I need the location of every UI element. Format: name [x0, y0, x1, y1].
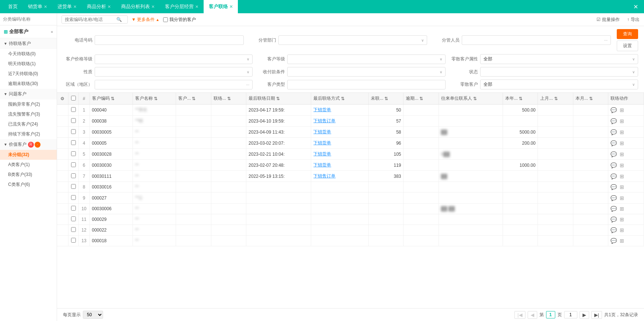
td-last-contact-method[interactable]: 下销货单 — [311, 105, 369, 116]
nav-purchase[interactable]: 进货单 ✕ — [52, 0, 82, 13]
row-checkbox[interactable] — [71, 118, 76, 123]
window-close-button[interactable]: ✕ — [630, 3, 641, 10]
reset-button[interactable]: 设置 — [617, 40, 638, 51]
th-checkbox[interactable] — [68, 93, 78, 105]
action-grid-icon[interactable]: ⊞ — [620, 206, 624, 212]
sidebar-group-value[interactable]: ▼ 价值客户 R · — [0, 139, 57, 150]
row-checkbox[interactable] — [71, 227, 76, 232]
sidebar-item-class-b[interactable]: B类客户(33) — [0, 170, 57, 180]
nav-analysis-list-close[interactable]: ✕ — [151, 4, 155, 9]
action-message-icon[interactable]: 💬 — [610, 238, 617, 244]
sidebar-group-pending[interactable]: ▼ 待联络客户 — [0, 38, 57, 49]
td-checkbox[interactable] — [68, 149, 78, 160]
sidebar-all-customers[interactable]: ⊞ 全部客户 « — [0, 25, 57, 38]
action-message-icon[interactable]: 💬 — [610, 184, 617, 190]
row-checkbox[interactable] — [71, 184, 76, 189]
row-checkbox[interactable] — [71, 216, 76, 221]
row-checkbox[interactable] — [71, 151, 76, 156]
nav-purchase-close[interactable]: ✕ — [73, 4, 77, 9]
td-last-contact-method[interactable]: 下销货单 — [311, 127, 369, 138]
action-message-icon[interactable]: 💬 — [610, 162, 617, 168]
action-grid-icon[interactable]: ⊞ — [620, 227, 624, 233]
sidebar-item-overdue[interactable]: 逾期未联络(30) — [0, 79, 57, 89]
td-checkbox[interactable] — [68, 214, 78, 225]
export-btn[interactable]: ↑ 导出 — [627, 17, 640, 23]
filter-price-level-input[interactable]: ∨ — [95, 54, 253, 64]
action-message-icon[interactable]: 💬 — [610, 227, 617, 233]
td-checkbox[interactable] — [68, 225, 78, 236]
action-grid-icon[interactable]: ⊞ — [620, 140, 624, 146]
last-page-btn[interactable]: ▶| — [591, 311, 602, 319]
td-last-contact-method[interactable] — [311, 236, 369, 246]
filter-dept-input[interactable]: ∨ — [278, 35, 427, 45]
first-page-btn[interactable]: |◀ — [514, 311, 525, 319]
action-grid-icon[interactable]: ⊞ — [620, 162, 624, 168]
sidebar-search-input[interactable] — [3, 17, 57, 22]
td-checkbox[interactable] — [68, 105, 78, 116]
filter-status-input[interactable]: ∨ — [480, 67, 638, 77]
row-checkbox[interactable] — [71, 238, 76, 243]
filter-payment-input[interactable]: ∨ — [287, 67, 445, 77]
prev-page-btn[interactable]: ◀ — [528, 311, 537, 319]
nav-analysis[interactable]: 商品分析 ✕ — [82, 0, 116, 13]
filter-region-input[interactable]: ··· — [95, 80, 253, 89]
filter-search-input[interactable] — [65, 17, 116, 22]
action-grid-icon[interactable]: ⊞ — [620, 129, 624, 135]
filter-nature-input[interactable]: ∨ — [95, 67, 253, 77]
action-grid-icon[interactable]: ⊞ — [620, 173, 624, 179]
nav-sales[interactable]: 销货单 ✕ — [23, 0, 52, 13]
action-message-icon[interactable]: 💬 — [610, 140, 617, 146]
td-last-contact-method[interactable] — [311, 204, 369, 214]
sidebar-item-churn-warning[interactable]: 流失预警客户(3) — [0, 109, 57, 119]
th-name[interactable]: 客户名称 ⇅ — [133, 93, 176, 105]
sidebar-item-declining[interactable]: 持续下滑客户(2) — [0, 129, 57, 139]
action-grid-icon[interactable]: ⊞ — [620, 118, 624, 124]
td-checkbox[interactable] — [68, 171, 78, 182]
filter-retail-customer-input[interactable]: 全部∨ — [480, 80, 638, 89]
nav-customer-contact-close[interactable]: ✕ — [229, 4, 233, 9]
sidebar-group-problem[interactable]: ▼ 问题客户 — [0, 89, 57, 99]
nav-customer-contact[interactable]: 客户联络 ✕ — [204, 0, 238, 13]
filter-phone-input[interactable] — [95, 35, 244, 45]
sidebar-item-churned[interactable]: 已流失客户(24) — [0, 119, 57, 129]
sidebar-item-abnormal[interactable]: 囤购异常客户(2) — [0, 99, 57, 109]
th-last-contact-method[interactable]: 最后联络方式 ⇅ — [311, 93, 369, 105]
action-message-icon[interactable]: 💬 — [610, 216, 617, 222]
action-grid-icon[interactable]: ⊞ — [620, 151, 624, 157]
td-last-contact-method[interactable] — [311, 225, 369, 236]
td-checkbox[interactable] — [68, 193, 78, 204]
td-last-contact-method[interactable]: 下销货单 — [311, 149, 369, 160]
sidebar-item-tomorrow[interactable]: 明天待联络(1) — [0, 59, 57, 69]
row-checkbox[interactable] — [71, 206, 76, 211]
td-checkbox[interactable] — [68, 116, 78, 127]
td-checkbox[interactable] — [68, 138, 78, 149]
sidebar-item-7days[interactable]: 近7天待联络(0) — [0, 69, 57, 79]
th-last-month[interactable]: 上月... ⇅ — [538, 93, 573, 105]
td-last-contact-method[interactable] — [311, 193, 369, 204]
sidebar-item-today[interactable]: 今天待联络(0) — [0, 49, 57, 59]
action-grid-icon[interactable]: ⊞ — [620, 184, 624, 190]
row-checkbox[interactable] — [71, 129, 76, 134]
th-this-year[interactable]: 本年... ⇅ — [503, 93, 538, 105]
td-last-contact-method[interactable]: 下销货单 — [311, 160, 369, 171]
select-all-checkbox[interactable] — [71, 96, 76, 100]
row-checkbox[interactable] — [71, 195, 76, 200]
th-unit-contact[interactable]: 往来单位联系人 ⇅ — [439, 93, 503, 105]
th-overdue[interactable]: 逾期... ⇅ — [404, 93, 439, 105]
row-checkbox[interactable] — [71, 140, 76, 145]
action-message-icon[interactable]: 💬 — [610, 129, 617, 135]
action-message-icon[interactable]: 💬 — [610, 107, 617, 113]
nav-sales-close[interactable]: ✕ — [44, 4, 47, 9]
action-grid-icon[interactable]: ⊞ — [620, 195, 624, 201]
td-last-contact-method[interactable] — [311, 214, 369, 225]
sidebar-item-class-a[interactable]: A类客户(1) — [0, 160, 57, 170]
filter-customer-level-input[interactable]: ∨ — [287, 54, 445, 64]
row-checkbox[interactable] — [71, 162, 76, 167]
filter-search-icon[interactable]: 🔍 — [116, 17, 122, 22]
query-button[interactable]: 查询 — [617, 29, 638, 39]
sidebar-item-class-c[interactable]: C类客户(6) — [0, 180, 57, 190]
sidebar-collapse-icon[interactable]: « — [51, 29, 53, 34]
page-jump-input[interactable] — [564, 311, 577, 318]
nav-home[interactable]: 首页 — [3, 0, 23, 13]
row-checkbox[interactable] — [71, 107, 76, 112]
